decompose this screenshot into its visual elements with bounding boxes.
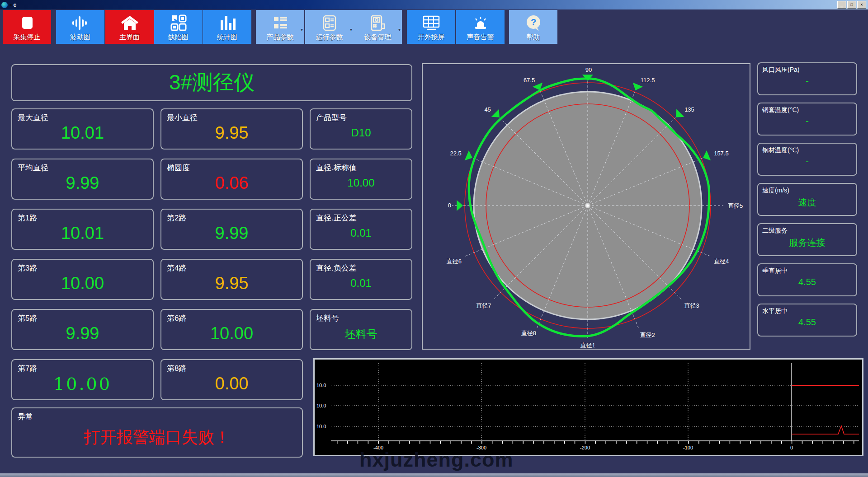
- polar-diameter-label: 直径7: [476, 302, 491, 309]
- status-level2-service: 二级服务 服务连接: [757, 223, 857, 256]
- statistics-chart-button[interactable]: 统计图: [203, 10, 251, 44]
- angle-marker-icon: [457, 200, 463, 211]
- metric-path-7: 第7路 10.00: [11, 359, 154, 400]
- device-manage-button[interactable]: 设备管理 ▾: [354, 10, 402, 44]
- red-trace-lower: [792, 426, 859, 434]
- diameter-gauge-app: ■ c _ ❐ ✕ 采集停止 波动图 主界面: [0, 0, 868, 477]
- watermark: hxjuzheng.com: [359, 448, 514, 472]
- polar-diameter-label: 直径5: [728, 202, 743, 209]
- x-tick-label: -100: [683, 445, 693, 450]
- angle-marker-icon: [465, 150, 472, 160]
- sound-alarm-icon: [456, 14, 505, 33]
- stop-icon: [3, 14, 51, 33]
- product-params-button[interactable]: 产品参数 ▾: [256, 10, 304, 44]
- external-screen-icon: [407, 14, 455, 33]
- metric-negative-tolerance: 直径.负公差 0.01: [310, 259, 412, 300]
- polar-angle-label: 135: [684, 106, 694, 113]
- status-steel-temp: 钢材温度(℃) -: [757, 143, 857, 176]
- metric-path-2: 第2路 9.99: [160, 209, 303, 250]
- metric-product-model: 产品型号 D10: [310, 108, 412, 150]
- polar-diameter-label: 直径6: [447, 258, 462, 265]
- defect-chart-button[interactable]: 缺陷图: [154, 10, 203, 44]
- polar-angle-label: 90: [585, 66, 592, 73]
- x-tick-label: -200: [580, 445, 590, 450]
- metric-avg-diameter: 平均直径 9.99: [11, 159, 154, 200]
- waveform-icon: [56, 14, 104, 33]
- metric-min-diameter: 最小直径 9.95: [160, 108, 303, 150]
- polar-center-dot: [586, 204, 589, 206]
- angle-marker-icon: [491, 109, 500, 117]
- home-icon: [105, 14, 154, 33]
- waveform-chart-button[interactable]: 波动图: [56, 10, 104, 44]
- dropdown-arrow-icon[interactable]: ▾: [301, 27, 303, 32]
- status-copper-sleeve-temp: 铜套温度(℃) -: [757, 103, 857, 136]
- title-bar: ■ c _ ❐ ✕: [0, 0, 868, 9]
- run-params-button[interactable]: 运行参数 ▾: [305, 10, 354, 44]
- run-params-icon: [305, 14, 354, 33]
- main-screen-button[interactable]: 主界面: [105, 10, 154, 44]
- metric-path-1: 第1路 10.01: [11, 209, 154, 250]
- polar-profile-chart: 022.54567.590112.5135157.5直径5直径4直径3直径2直径…: [422, 63, 750, 350]
- product-params-icon: [256, 14, 304, 33]
- polar-angle-label: 157.5: [714, 150, 729, 157]
- angle-marker-icon: [703, 150, 711, 160]
- minimize-button[interactable]: _: [837, 1, 846, 9]
- y-tick-label: 10.0: [316, 383, 326, 388]
- external-screen-button[interactable]: 开外接屏: [407, 10, 455, 44]
- angle-marker-icon: [676, 109, 684, 117]
- alarm-label: 异常: [12, 408, 302, 422]
- stop-acquisition-button[interactable]: 采集停止: [3, 10, 51, 44]
- title-glyph: ■: [9, 3, 12, 7]
- polar-angle-label: 22.5: [450, 150, 462, 157]
- metric-path-8: 第8路 0.00: [160, 359, 303, 400]
- help-button[interactable]: ? 帮助: [509, 10, 557, 44]
- polar-diameter-label: 直径3: [684, 302, 699, 309]
- app-icon: [1, 2, 8, 8]
- defect-grid-icon: [154, 14, 203, 33]
- status-speed: 速度(m/s) 速度: [757, 183, 857, 216]
- angle-marker-icon: [633, 83, 643, 90]
- polar-diameter-label: 直径4: [714, 258, 729, 265]
- metrics-grid: 最大直径 10.01 最小直径 9.95 产品型号 D10 平均直径 9.99 …: [11, 108, 412, 400]
- help-icon: ?: [509, 14, 557, 33]
- metric-max-diameter: 最大直径 10.01: [11, 108, 154, 150]
- gauge-title: 3#测径仪: [11, 64, 412, 101]
- trend-strip-chart: 10.0 10.0 10.0 -400 -300 -200 -100 0: [313, 358, 863, 456]
- polar-angle-label: 45: [484, 106, 491, 113]
- status-wind-pressure: 风口风压(Pa) -: [757, 62, 857, 95]
- window-title: c: [13, 2, 16, 8]
- metric-nominal-diameter: 直径.标称值 10.00: [310, 159, 412, 200]
- restore-button[interactable]: ❐: [847, 1, 856, 9]
- alarm-message: 打开报警端口失败！: [12, 426, 302, 449]
- polar-diameter-label: 直径8: [521, 330, 536, 337]
- alarm-box: 异常 打开报警端口失败！: [11, 407, 303, 458]
- bottom-window-edge: [0, 473, 868, 477]
- metric-path-3: 第3路 10.00: [11, 259, 154, 300]
- sound-alarm-button[interactable]: 声音告警: [456, 10, 505, 44]
- dropdown-arrow-icon[interactable]: ▾: [350, 27, 352, 32]
- polar-angle-label: 67.5: [524, 77, 535, 84]
- status-vertical-centering: 垂直居中 4.55: [757, 263, 857, 296]
- status-column: 风口风压(Pa) - 铜套温度(℃) - 钢材温度(℃) - 速度(m/s) 速…: [757, 62, 857, 344]
- y-tick-label: 10.0: [316, 424, 326, 429]
- x-tick-label: 0: [790, 445, 793, 450]
- status-horizontal-centering: 水平居中 4.55: [757, 304, 857, 337]
- polar-angle-label: 0: [448, 202, 451, 209]
- metric-positive-tolerance: 直径.正公差 0.01: [310, 209, 412, 250]
- device-manage-icon: [354, 14, 402, 33]
- polar-angle-label: 112.5: [641, 77, 655, 84]
- metric-path-4: 第4路 9.95: [160, 259, 303, 300]
- metric-ovality: 椭圆度 0.06: [160, 159, 303, 200]
- metric-path-6: 第6路 10.00: [160, 309, 303, 350]
- svg-text:?: ?: [530, 17, 536, 27]
- polar-diameter-label: 直径1: [580, 342, 595, 349]
- polar-diameter-label: 直径2: [640, 332, 655, 338]
- dropdown-arrow-icon[interactable]: ▾: [398, 27, 401, 32]
- metric-path-5: 第5路 9.99: [11, 309, 154, 350]
- metric-billet-number: 坯料号 坯料号: [310, 309, 412, 350]
- bar-chart-icon: [203, 14, 251, 33]
- close-button[interactable]: ✕: [857, 1, 866, 9]
- y-tick-label: 10.0: [316, 403, 326, 408]
